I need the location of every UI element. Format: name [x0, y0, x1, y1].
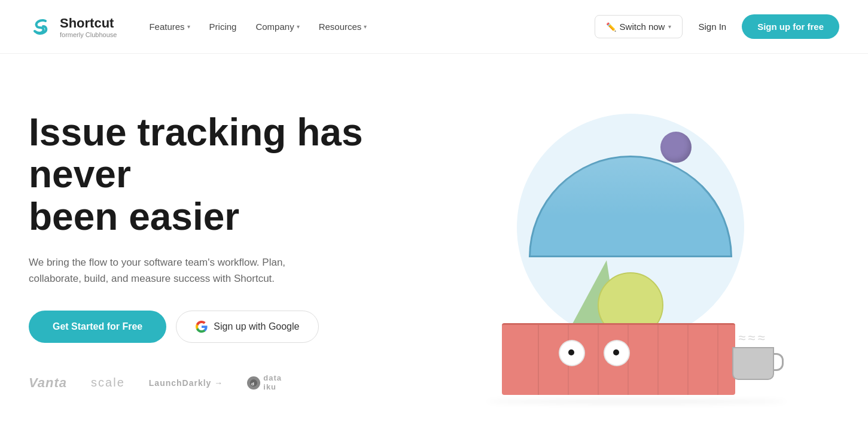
chevron-down-icon: ▾	[364, 23, 367, 30]
chevron-down-icon: ▾	[297, 23, 300, 30]
signup-button[interactable]: Sign up for free	[742, 14, 839, 39]
hero-section: Issue tracking has never been easier We …	[0, 54, 868, 437]
google-icon	[196, 321, 208, 333]
nav-resources[interactable]: Resources ▾	[310, 17, 376, 36]
cup-handle	[773, 353, 784, 371]
pupil-left	[568, 349, 574, 355]
chevron-down-icon: ▾	[668, 23, 671, 30]
pupil-right	[613, 349, 619, 355]
cup-body	[732, 347, 774, 380]
hero-illustration: ≈≈≈	[434, 96, 840, 407]
eye-right	[604, 340, 630, 366]
logo-dataiku: d dataiku	[247, 374, 282, 391]
partner-logos: Vanta scale LaunchDarkly → d dataiku	[29, 374, 434, 391]
logo-name: Shortcut	[60, 16, 117, 31]
chevron-down-icon: ▾	[187, 23, 190, 30]
nav-company[interactable]: Company ▾	[247, 17, 307, 36]
logo-sub: formerly Clubhouse	[60, 31, 117, 38]
get-started-button[interactable]: Get Started for Free	[29, 311, 166, 343]
character-body	[502, 323, 735, 395]
hero-subtext: We bring the flow to your software team'…	[29, 254, 328, 287]
steam-icon: ≈≈≈	[738, 330, 767, 346]
nav-right: ✏️ Switch now ▾ Sign In Sign up for free	[595, 14, 839, 39]
illustration-container: ≈≈≈	[487, 96, 786, 407]
ball-purple	[660, 132, 692, 163]
logo-scale: scale	[91, 376, 125, 390]
eye-left	[559, 340, 585, 366]
switch-button[interactable]: ✏️ Switch now ▾	[595, 15, 683, 38]
nav-features[interactable]: Features ▾	[141, 17, 198, 36]
coffee-cup: ≈≈≈	[732, 347, 774, 380]
svg-text:d: d	[251, 381, 255, 387]
ground-shadow	[487, 399, 786, 404]
nav-pricing[interactable]: Pricing	[201, 17, 245, 36]
hero-cta: Get Started for Free Sign up with Google	[29, 311, 434, 343]
hero-left: Issue tracking has never been easier We …	[29, 111, 434, 391]
navbar: Shortcut formerly Clubhouse Features ▾ P…	[0, 0, 868, 54]
logo-link[interactable]: Shortcut formerly Clubhouse	[29, 14, 117, 39]
logo-launchdarkly: LaunchDarkly →	[149, 378, 223, 388]
logo-icon	[29, 14, 54, 39]
pencil-icon: ✏️	[606, 22, 616, 32]
hero-heading: Issue tracking has never been easier	[29, 111, 434, 238]
nav-links: Features ▾ Pricing Company ▾ Resources ▾	[141, 17, 594, 36]
logo-vanta: Vanta	[29, 375, 67, 391]
signin-link[interactable]: Sign In	[690, 16, 735, 38]
google-signup-button[interactable]: Sign up with Google	[176, 311, 319, 343]
